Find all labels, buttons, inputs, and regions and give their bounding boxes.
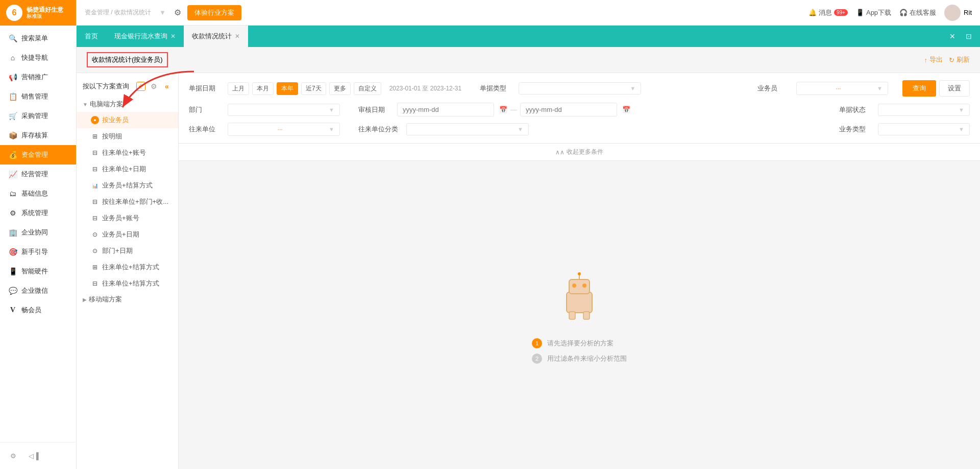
sidebar-item-member[interactable]: V 畅会员 bbox=[0, 300, 76, 320]
calendar-end-icon[interactable]: 📅 bbox=[622, 106, 630, 113]
close-window-btn[interactable]: ✕ bbox=[946, 30, 959, 42]
plan-item-salesperson-payment[interactable]: 📊 业务员+结算方式 bbox=[77, 177, 178, 194]
sidebar-item-business[interactable]: 📈 经营管理 bbox=[0, 165, 76, 184]
tab-collection-stats-close[interactable]: ✕ bbox=[235, 33, 240, 40]
doc-type-select[interactable]: ▼ bbox=[519, 82, 641, 95]
user-area[interactable]: Rit bbox=[944, 5, 972, 21]
sidebar-item-quick-nav[interactable]: ⌂ 快捷导航 bbox=[0, 48, 76, 67]
sidebar-item-purchase[interactable]: 🛒 采购管理 bbox=[0, 106, 76, 126]
sidebar-item-search[interactable]: 🔍 搜索菜单 bbox=[0, 29, 76, 48]
settings-button[interactable]: 设置 bbox=[939, 80, 970, 97]
window-controls: ✕ ⊡ bbox=[946, 30, 980, 42]
collapse-sidebar-btn[interactable]: ◁▐ bbox=[26, 448, 42, 464]
query-button[interactable]: 查询 bbox=[902, 80, 936, 97]
plan-item-counterpart-account[interactable]: ⊟ 往来单位+账号 bbox=[77, 145, 178, 161]
settings-bottom-btn[interactable]: ⚙ bbox=[5, 448, 21, 464]
dept-select[interactable]: ▼ bbox=[228, 104, 340, 116]
sidebar-item-hardware-label: 智能硬件 bbox=[21, 267, 48, 276]
doc-status-arrow: ▼ bbox=[959, 107, 964, 113]
svg-rect-6 bbox=[569, 312, 575, 319]
business-type-label: 业务类型 bbox=[839, 125, 870, 134]
sidebar-item-system[interactable]: ⚙ 系统管理 bbox=[0, 203, 76, 223]
tab-home[interactable]: 首页 bbox=[77, 26, 106, 47]
trial-button[interactable]: 体验行业方案 bbox=[187, 5, 241, 20]
sidebar-item-basic[interactable]: 🗂 基础信息 bbox=[0, 184, 76, 203]
review-date-start[interactable] bbox=[397, 103, 494, 116]
avatar bbox=[944, 5, 961, 21]
sidebar-item-sales[interactable]: 📋 销售管理 bbox=[0, 87, 76, 106]
counterpart-date-icon: ⊟ bbox=[91, 165, 99, 173]
refresh-button[interactable]: ↻ 刷新 bbox=[949, 55, 970, 64]
plan-item-counterpart-date[interactable]: ⊟ 往来单位+日期 bbox=[77, 161, 178, 177]
plan-item-salesperson-account[interactable]: ⊟ 业务员+账号 bbox=[77, 210, 178, 226]
date-btn-more[interactable]: 更多 bbox=[329, 82, 351, 95]
sidebar-item-finance[interactable]: 💰 资金管理 bbox=[0, 145, 76, 165]
sidebar-item-guide[interactable]: 🎯 新手引导 bbox=[0, 242, 76, 262]
tab-bank-flow-close[interactable]: ✕ bbox=[170, 33, 176, 40]
app-name: 畅捷通好生意 bbox=[27, 6, 63, 13]
maximize-window-btn[interactable]: ⊡ bbox=[963, 30, 975, 42]
salesperson-select[interactable]: ··· ▼ bbox=[796, 82, 888, 95]
counterpart-payment1-icon: ⊞ bbox=[91, 263, 99, 271]
date-btn-custom[interactable]: 自定义 bbox=[354, 82, 381, 95]
plan-item-by-detail[interactable]: ⊞ 按明细 bbox=[77, 128, 178, 145]
add-plan-btn[interactable]: + bbox=[136, 82, 145, 91]
sidebar-item-wechat[interactable]: 💬 企业微信 bbox=[0, 281, 76, 300]
counterpart-category-select[interactable]: ▼ bbox=[406, 123, 529, 135]
breadcrumb-text: 资金管理 / 收款情况统计 bbox=[85, 8, 151, 17]
topbar: 资金管理 / 收款情况统计 ▼ ⚙ 体验行业方案 🔔 消息 99+ 📱 App下… bbox=[77, 0, 980, 26]
mobile-plan-group-header[interactable]: ▶ 移动端方案 bbox=[77, 292, 178, 307]
plan-item-counterpart-payment2[interactable]: ⊟ 往来单位+结算方式 bbox=[77, 275, 178, 292]
left-panel-header: 按以下方案查询 + ⚙ « bbox=[77, 78, 178, 97]
guide-icon: 🎯 bbox=[8, 247, 17, 256]
tab-collection-stats-label: 收款情况统计 bbox=[192, 32, 232, 41]
app-download-button[interactable]: 📱 App下载 bbox=[856, 8, 891, 17]
counterpart-more-btn[interactable]: ··· bbox=[278, 126, 283, 133]
tab-collection-stats[interactable]: 收款情况统计 ✕ bbox=[184, 26, 248, 47]
page-title: 收款情况统计(按业务员) bbox=[87, 52, 168, 67]
counterpart-select[interactable]: ··· ▼ bbox=[228, 123, 340, 136]
messages-button[interactable]: 🔔 消息 99+ bbox=[808, 8, 848, 17]
sidebar-item-business-label: 经营管理 bbox=[21, 170, 48, 179]
plan-item-salesperson-date[interactable]: ⊙ 业务员+日期 bbox=[77, 226, 178, 243]
date-btn-this-month[interactable]: 本月 bbox=[252, 82, 274, 95]
salesperson-payment-icon: 📊 bbox=[91, 181, 99, 190]
salesperson-date-icon: ⊙ bbox=[91, 230, 99, 239]
plan-item-counterpart-payment2-label: 往来单位+结算方式 bbox=[102, 279, 159, 288]
online-service-button[interactable]: 🎧 在线客服 bbox=[899, 8, 936, 17]
date-btn-7days[interactable]: 近7天 bbox=[301, 82, 326, 95]
plan-item-dept-date-label: 部门+日期 bbox=[102, 246, 133, 255]
plan-item-by-salesperson[interactable]: ● 按业务员 bbox=[77, 112, 178, 128]
desktop-plan-group-header[interactable]: ▼ 电脑端方案 bbox=[77, 97, 178, 112]
sales-icon: 📋 bbox=[8, 92, 17, 101]
plan-item-counterpart-payment1[interactable]: ⊞ 往来单位+结算方式 bbox=[77, 259, 178, 275]
plan-item-salesperson-payment-label: 业务员+结算方式 bbox=[102, 181, 153, 190]
sidebar-item-enterprise[interactable]: 🏢 企业协同 bbox=[0, 223, 76, 242]
plan-settings-btn[interactable]: ⚙ bbox=[149, 81, 159, 91]
sidebar-item-hardware[interactable]: 📱 智能硬件 bbox=[0, 262, 76, 281]
plan-item-counterpart-date-label: 往来单位+日期 bbox=[102, 165, 146, 174]
main-area: 资金管理 / 收款情况统计 ▼ ⚙ 体验行业方案 🔔 消息 99+ 📱 App下… bbox=[77, 0, 980, 469]
download-icon: 📱 bbox=[856, 9, 864, 16]
doc-status-select[interactable]: ▼ bbox=[878, 104, 970, 116]
collapse-panel-btn[interactable]: « bbox=[162, 81, 172, 91]
calendar-start-icon[interactable]: 📅 bbox=[499, 106, 507, 113]
plan-item-dept-date[interactable]: ⊙ 部门+日期 bbox=[77, 243, 178, 259]
service-icon: 🎧 bbox=[899, 9, 908, 16]
salesperson-more-btn[interactable]: ··· bbox=[836, 85, 841, 92]
bell-icon: 🔔 bbox=[808, 9, 817, 16]
empty-robot-svg bbox=[554, 272, 605, 323]
sidebar-item-inventory[interactable]: 📦 库存核算 bbox=[0, 126, 76, 145]
export-button[interactable]: ↑ 导出 bbox=[924, 55, 943, 64]
gear-button[interactable]: ⚙ bbox=[174, 8, 181, 17]
review-date-end[interactable] bbox=[520, 103, 617, 116]
date-btn-this-year[interactable]: 本年 bbox=[277, 82, 298, 95]
collapse-bar[interactable]: ∧∧ 收起更多条件 bbox=[179, 144, 980, 161]
date-btn-last-month[interactable]: 上月 bbox=[228, 82, 249, 95]
tab-bank-flow[interactable]: 现金银行流水查询 ✕ bbox=[106, 26, 184, 47]
user-name: Rit bbox=[964, 9, 972, 16]
sidebar-item-marketing[interactable]: 📢 营销推广 bbox=[0, 67, 76, 87]
plan-item-counterpart-dept[interactable]: ⊟ 按往来单位+部门+收... bbox=[77, 194, 178, 210]
sidebar-item-member-label: 畅会员 bbox=[21, 306, 41, 315]
business-type-select[interactable]: ▼ bbox=[878, 123, 970, 135]
